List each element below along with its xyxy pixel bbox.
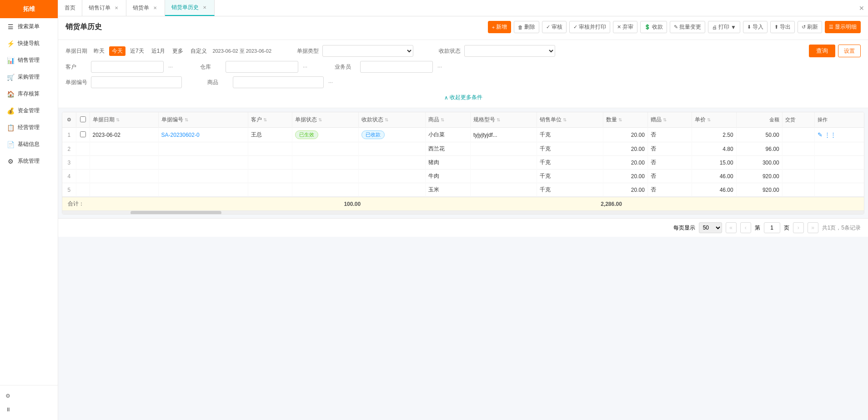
th-settings[interactable]: ⚙	[62, 112, 76, 128]
filter-warehouse-input[interactable]	[226, 61, 298, 73]
row-amount-cell: 300.00	[736, 156, 782, 170]
sidebar-item-search-menu[interactable]: ☰ 搜索菜单	[0, 18, 58, 35]
th-gift[interactable]: 赠品⇅	[647, 112, 692, 128]
date-chip-custom[interactable]: 自定义	[188, 46, 210, 56]
collapse-filter-button[interactable]: ∧ 收起更多条件	[65, 92, 861, 103]
tab-close-sales-delivery[interactable]: ✕	[152, 5, 158, 11]
filter-docno-input[interactable]	[91, 76, 182, 88]
th-quantity[interactable]: 数量⇅	[603, 112, 647, 128]
filter-doctype-select[interactable]	[322, 45, 413, 57]
tab-bar-close[interactable]: ✕	[859, 5, 868, 12]
date-chips: 昨天 今天 近7天 近1月 更多 自定义	[91, 46, 210, 56]
page-input[interactable]	[764, 222, 780, 233]
th-collect-status[interactable]: 收款状态⇅	[359, 112, 425, 128]
row-spec-type-cell	[470, 142, 537, 156]
audit-button[interactable]: ✓ 审核	[542, 21, 567, 33]
tab-close-sales-order[interactable]: ✕	[113, 5, 120, 11]
sidebar-item-capital-mgmt[interactable]: 💰 资金管理	[0, 102, 58, 119]
first-page-button[interactable]: «	[726, 222, 737, 233]
th-doc-no[interactable]: 单据编号⇅	[158, 112, 248, 128]
th-spec-type[interactable]: 规格型号⇅	[470, 112, 537, 128]
more-action-icon[interactable]: ⋮⋮	[824, 131, 836, 138]
collect-button[interactable]: 💲 收款	[640, 21, 667, 33]
data-table-container: ⚙ 单据日期⇅ 单据编号⇅ 客户⇅ 单据状态⇅ 收款状态⇅ 商品⇅ 规格型号⇅ …	[62, 112, 864, 215]
row-doc-no-cell	[158, 170, 248, 183]
basic-info-icon: 📄	[7, 141, 14, 148]
edit-action-icon[interactable]: ✎	[818, 131, 823, 138]
sidebar-item-sys-mgmt[interactable]: ⚙ 系统管理	[0, 153, 58, 170]
abandon-button[interactable]: ✕ 弃审	[613, 21, 637, 33]
prev-page-button[interactable]: ‹	[740, 222, 751, 233]
new-button[interactable]: + 新增	[488, 21, 511, 33]
row-num-cell: 4	[62, 170, 76, 183]
th-goods[interactable]: 商品⇅	[425, 112, 470, 128]
th-customer[interactable]: 客户⇅	[248, 112, 292, 128]
sidebar-item-sales-mgmt[interactable]: 📊 销售管理	[0, 52, 58, 69]
date-chip-yesterday[interactable]: 昨天	[91, 46, 107, 56]
show-detail-button[interactable]: ☰ 显示明细	[825, 21, 861, 33]
print-button[interactable]: 🖨 打印 ▼	[708, 21, 740, 33]
table-row: 5 玉米 千克 20.00 否 46.00 920.00	[62, 183, 864, 197]
row-unit-price-cell: 4.80	[692, 142, 736, 156]
row-spec-type-cell	[470, 170, 537, 183]
sidebar-item-inventory-calc[interactable]: 🏠 库存核算	[0, 85, 58, 102]
warehouse-ellipsis[interactable]: ···	[301, 64, 309, 70]
th-unit-price[interactable]: 单价⇅	[692, 112, 736, 128]
filter-collect-status-item: 收款状态	[439, 45, 555, 57]
import-button[interactable]: ⬇ 导入	[743, 21, 768, 33]
sidebar-bottom-pause[interactable]: ⏸	[0, 403, 58, 416]
last-page-button[interactable]: »	[808, 222, 818, 233]
horizontal-scrollbar[interactable]	[62, 210, 864, 214]
batch-change-button[interactable]: ✎ 批量变更	[670, 21, 705, 33]
date-chip-7days[interactable]: 近7天	[127, 46, 147, 56]
table-row: 4 牛肉 千克 20.00 否 46.00 920.00	[62, 170, 864, 183]
footer-total-quantity: 100.00	[315, 201, 370, 207]
scroll-thumb[interactable]	[130, 211, 221, 215]
date-chip-more[interactable]: 更多	[170, 46, 186, 56]
date-chip-1month[interactable]: 近1月	[149, 46, 168, 56]
filter-collect-status-select[interactable]	[464, 45, 555, 57]
refresh-button[interactable]: ↺ 刷新	[798, 21, 822, 33]
row-unit-price-cell: 46.00	[692, 183, 736, 197]
delete-button[interactable]: 🗑 删除	[514, 21, 539, 33]
th-doc-status[interactable]: 单据状态⇅	[292, 112, 359, 128]
audit-print-button[interactable]: ✓ 审核并打印	[569, 21, 610, 33]
per-page-select[interactable]: 50 100 200	[699, 222, 722, 233]
tab-sales-delivery[interactable]: 销货单 ✕	[126, 0, 165, 16]
th-doc-date[interactable]: 单据日期⇅	[90, 112, 158, 128]
date-chip-today[interactable]: 今天	[109, 46, 125, 56]
export-button[interactable]: ⬆ 导出	[770, 21, 795, 33]
query-button[interactable]: 查询	[809, 45, 835, 57]
filter-staff-input[interactable]	[360, 61, 433, 73]
filter-customer-label: 客户	[65, 63, 88, 71]
sales-mgmt-icon: 📊	[7, 57, 14, 64]
sidebar-bottom-settings[interactable]: ⚙	[0, 389, 58, 403]
tab-close-sales-history[interactable]: ✕	[201, 5, 208, 10]
th-sales-unit[interactable]: 销售单位⇅	[537, 112, 603, 128]
pause-icon: ⏸	[5, 406, 11, 413]
filter-goods-input[interactable]	[233, 76, 324, 88]
customer-sort-icon: ⇅	[263, 117, 267, 122]
goods-ellipsis[interactable]: ···	[326, 79, 335, 85]
row-gift-cell: 否	[647, 183, 692, 197]
customer-ellipsis[interactable]: ···	[166, 64, 175, 70]
tab-home[interactable]: 首页	[58, 0, 82, 16]
sidebar-item-ops-mgmt[interactable]: 📋 经营管理	[0, 119, 58, 136]
setting-button[interactable]: 设置	[838, 45, 861, 57]
staff-ellipsis[interactable]: ···	[436, 64, 444, 70]
show-detail-icon: ☰	[829, 24, 833, 30]
tab-sales-order[interactable]: 销售订单 ✕	[82, 0, 126, 16]
row-goods-cell: 小白菜	[425, 128, 470, 142]
tab-sales-history[interactable]: 销货单历史 ✕	[165, 0, 215, 16]
sidebar-item-purchase-mgmt[interactable]: 🛒 采购管理	[0, 69, 58, 85]
row-checkbox[interactable]	[80, 131, 86, 137]
doc-no-link[interactable]: SA-20230602-0	[161, 132, 200, 138]
filter-date-label: 单据日期	[65, 47, 88, 55]
filter-collect-status-label: 收款状态	[439, 47, 462, 55]
sidebar-item-quick-nav[interactable]: ⚡ 快捷导航	[0, 35, 58, 52]
filter-row-2: 客户 ··· 仓库 ··· 业务员 ···	[65, 61, 861, 73]
sidebar-item-basic-info[interactable]: 📄 基础信息	[0, 136, 58, 153]
select-all-checkbox[interactable]	[80, 116, 86, 122]
filter-customer-input[interactable]	[91, 61, 164, 73]
next-page-button[interactable]: ›	[793, 222, 804, 233]
